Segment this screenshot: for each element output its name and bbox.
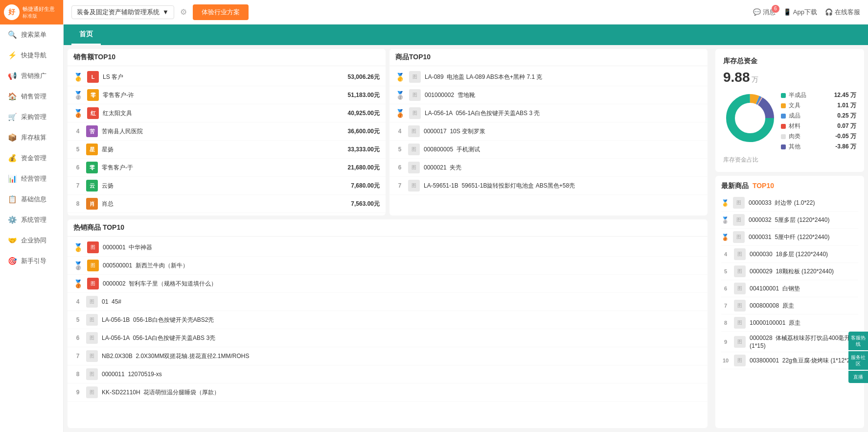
product-icon: 图: [408, 162, 420, 173]
float-btn-community[interactable]: 服务社区: [848, 351, 868, 370]
legend-name: 文具: [789, 101, 834, 110]
marketing-icon: 📢: [8, 72, 17, 80]
sidebar-item-search[interactable]: 🔍 搜索菜单: [0, 24, 63, 45]
legend-name: 材料: [789, 122, 834, 130]
rank-number: 6: [395, 163, 404, 172]
header-actions: 💬 消息 6 📱 App下载 🎧 在线客服: [753, 8, 860, 17]
hot-product-info: 01 45#: [102, 298, 702, 305]
product-info: LA-056-1A 056-1A白色按键开关盖ABS 3 壳: [425, 109, 702, 118]
product-name: 0000017 10S 变制罗浆: [424, 127, 702, 136]
nav-tab-home[interactable]: 首页: [71, 24, 101, 45]
legend-name: 其他: [789, 143, 832, 151]
rank-number: 5: [73, 145, 82, 154]
customer-name: LS 客户: [103, 73, 344, 81]
product-info: 0000017 10S 变制罗浆: [424, 127, 702, 136]
product-info: 0000021 夹壳: [424, 164, 702, 172]
product-rank-list: 🥇 图 LA-089 电池盖 LA-089 ABS本色+黑种 7.1 克 🥈 图…: [389, 66, 708, 197]
medal-icon: 🥈: [395, 91, 405, 100]
product-name: 000800005 手机测试: [424, 145, 702, 154]
inventory-title: 库存总资金: [723, 57, 856, 66]
float-btn-service[interactable]: 客服热线: [848, 332, 868, 350]
customer-avatar: L: [87, 71, 99, 83]
sidebar-item-quicknav[interactable]: ⚡ 快捷导航: [0, 45, 63, 66]
customer-name: 红太阳文具: [103, 109, 344, 118]
rank-number: 4: [395, 127, 404, 136]
legend-dot: [781, 134, 786, 139]
newest-product-info: 0000031 5厘中纤 (1220*2440): [749, 233, 858, 241]
sidebar-logo: 好 畅捷通好生意 标准版: [0, 0, 63, 24]
product-icon: 图: [86, 296, 98, 308]
customer-rank-item: 🥇 L LS 客户 53,006.26元: [68, 68, 386, 86]
newest-product-item: 5 图 0000029 18颗粒板 (1220*2440): [721, 263, 858, 280]
newest-product-info: 10000100001 原圭: [750, 319, 858, 327]
newest-product-icon: 图: [733, 197, 745, 209]
sidebar-item-purchase[interactable]: 🛒 采购管理: [0, 107, 63, 127]
sidebar-nav: 🔍 搜索菜单 ⚡ 快捷导航 📢 营销推广 🏠 销售管理 🛒 采购管理 📦 库存核…: [0, 24, 63, 432]
legend-name: 成品: [789, 112, 834, 120]
sales-icon: 🏠: [8, 92, 17, 101]
chart-legend-row: 半成品 12.45 万 文具 1.01 万 成品 0.25 万 材料 0.07 …: [723, 91, 856, 153]
product-top10-panel: 商品TOP10 🥇 图 LA-089 电池盖 LA-089 ABS本色+黑种 7…: [389, 49, 708, 216]
hot-product-info: 000500001 新西兰牛肉（新牛）: [103, 262, 702, 270]
sidebar-item-collab[interactable]: 🤝 企业协同: [0, 230, 63, 251]
sidebar-item-inventory[interactable]: 📦 库存核算: [0, 127, 63, 148]
hot-product-item: 5 图 LA-056-1B 056-1B白色按键开关壳ABS2壳: [68, 311, 708, 329]
product-name: 001000002 雪地靴: [425, 91, 702, 99]
product-name: LA-089 电池盖 LA-089 ABS本色+黑种 7.1 克: [425, 73, 702, 81]
product-rank-item: 🥉 图 LA-056-1A 056-1A白色按键开关盖ABS 3 壳: [389, 104, 708, 122]
sidebar-item-finance[interactable]: 💰 资金管理: [0, 148, 63, 168]
rank-number: 9: [73, 388, 82, 397]
phone-icon: 📱: [783, 8, 791, 16]
sidebar-item-basics[interactable]: 📋 基础信息: [0, 189, 63, 210]
medal-icon: 🥇: [73, 72, 83, 82]
sidebar-item-guide[interactable]: 🎯 新手引导: [0, 251, 63, 271]
hot-product-name: LA-056-1A 056-1A白色按键开关盖ABS 3壳: [102, 334, 702, 342]
product-rank-item: 4 图 0000017 10S 变制罗浆: [389, 122, 708, 141]
app-download-action[interactable]: 📱 App下载: [783, 8, 817, 17]
online-service-action[interactable]: 🎧 在线客服: [825, 8, 860, 17]
page-nav: 首页: [64, 24, 868, 45]
legend-value: 0.07 万: [837, 122, 856, 130]
messages-action[interactable]: 💬 消息 6: [753, 8, 776, 17]
hot-products-panel: 热销商品 TOP10 🥇 图 0000001 中华神器 🥈 图 00050000…: [68, 219, 708, 428]
customer-value: 33,333.00元: [348, 145, 380, 154]
float-btn-live[interactable]: 直播: [848, 371, 868, 383]
hot-product-name: 0000011 12070519-xs: [102, 371, 702, 378]
rank-number: 5: [395, 145, 404, 154]
operations-icon: 📊: [8, 174, 17, 183]
rank-number: 4: [721, 250, 730, 259]
sidebar-item-marketing[interactable]: 📢 营销推广: [0, 66, 63, 86]
legend-item: 半成品 12.45 万: [781, 91, 856, 99]
sidebar-item-operations[interactable]: 📊 经营管理: [0, 168, 63, 189]
customer-name: 星扬: [102, 145, 344, 154]
rank-number: 8: [73, 370, 82, 379]
sidebar-item-sales[interactable]: 🏠 销售管理: [0, 86, 63, 107]
trial-button[interactable]: 体验行业方案: [193, 4, 249, 20]
newest-product-info: 000800008 原圭: [750, 302, 858, 310]
customer-avatar: 零: [86, 162, 98, 173]
product-name: 0000021 夹壳: [424, 164, 702, 172]
hot-product-name: 01 45#: [102, 298, 702, 305]
customer-value: 21,680.00元: [348, 164, 380, 172]
customer-name: 零售客户-于: [102, 164, 344, 172]
newest-product-item: 6 图 004100001 白钢垫: [721, 280, 858, 297]
rank-number: 5: [73, 315, 82, 324]
system-selector[interactable]: 装备及固定资产辅助管理系统 ▼: [71, 5, 174, 19]
rank-number: 4: [73, 297, 82, 306]
medal-icon: 🥇: [73, 243, 83, 252]
hot-product-name: KK-SD22110H 花语萌恒温分腿睡袋（厚款）: [102, 388, 702, 397]
legend-value: -0.05 万: [835, 132, 856, 141]
customer-avatar: 苦: [86, 125, 98, 137]
newest-product-info: 0000029 18颗粒板 (1220*2440): [750, 267, 858, 276]
rank-number: 7: [395, 181, 404, 190]
collab-icon: 🤝: [8, 236, 17, 245]
newest-product-icon: 图: [734, 336, 746, 348]
customer-top10-title: 销售额TOP10: [73, 53, 115, 62]
newest-product-icon: 图: [734, 248, 746, 260]
settings-icon[interactable]: ⚙: [180, 7, 187, 17]
product-icon: 图: [408, 125, 420, 137]
hot-product-info: 0000011 12070519-xs: [102, 371, 702, 378]
sidebar-item-system[interactable]: ⚙️ 系统管理: [0, 210, 63, 230]
newest-product-icon: 图: [733, 214, 745, 226]
product-icon: 图: [409, 71, 421, 83]
